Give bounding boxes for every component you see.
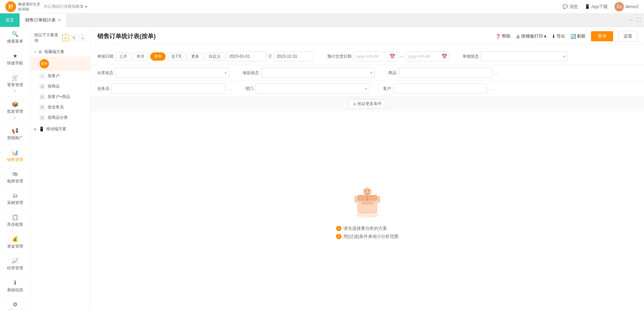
customer-more-btn[interactable]: … <box>489 86 494 91</box>
product-more-btn[interactable]: … <box>494 70 499 75</box>
main-content: 销售订单统计表(按单) ❓ 帮助 🖨 按模板打印 ▾ ⬇ <box>91 27 644 310</box>
scheme-header: 按以下方案查询 + ✎ « <box>30 30 90 46</box>
date-start-input[interactable] <box>226 51 267 61</box>
minimize-icon[interactable]: — <box>629 17 634 22</box>
scheme-item-by-customer[interactable]: 人 按客户 <box>30 71 90 81</box>
sidebar-item-quick-nav[interactable]: ★ 快捷导航 <box>0 49 30 70</box>
scheme-item-by-order[interactable]: 按单 <box>30 57 90 71</box>
scheme-edit-btn[interactable]: ✎ <box>71 35 77 41</box>
purchase-icon: 🗂 <box>12 193 18 199</box>
pc-section-title[interactable]: ▾ 🖥 电脑端方案 <box>30 47 90 57</box>
main-layout: 🔍 搜索菜单 ★ 快捷导航 🛒 零售管理 ▾ 📦 批发管理 ▴ 📢 营销推广 📊… <box>0 27 644 310</box>
pay-status-select[interactable] <box>261 68 375 78</box>
expected-date-sep: — <box>399 54 404 59</box>
sidebar-item-inventory[interactable]: 📋 库存核算 <box>0 210 30 232</box>
salesperson-more-btn[interactable]: … <box>227 86 232 91</box>
svg-point-6 <box>365 190 366 191</box>
app-name[interactable]: 办公用品行业模拟账套 ▾ <box>44 4 87 9</box>
salesperson-label: 业务员 <box>97 86 109 92</box>
prev-month-btn[interactable]: 上月 <box>115 52 131 61</box>
sidebar-item-ecommerce[interactable]: 🛍 电商管理 <box>0 167 30 189</box>
message-btn[interactable]: 💬 消息 <box>562 4 578 10</box>
scheme-item-by-product-category[interactable]: 品 按商品分类 <box>30 112 90 123</box>
scheme-item-by-product[interactable]: 品 按商品 <box>30 81 90 92</box>
expected-date-label: 预计交货日期 <box>327 54 352 59</box>
by-customer-product-icon: 品 <box>40 94 45 100</box>
query-button[interactable]: 查询 <box>591 31 613 41</box>
sales-icon: 📊 <box>12 149 18 156</box>
scheme-item-by-salesperson[interactable]: 统 按业务员 <box>30 102 90 112</box>
sidebar-item-marketing[interactable]: 📢 营销推广 <box>0 123 30 145</box>
by-product-category-icon: 品 <box>40 115 45 120</box>
custom-btn[interactable]: 自定义 <box>205 52 224 61</box>
user-menu[interactable]: Ea demo2 <box>614 2 639 11</box>
order-status-select[interactable] <box>481 51 568 61</box>
marketing-icon: 📢 <box>12 127 18 134</box>
current-month-btn[interactable]: 本月 <box>133 52 148 61</box>
print-btn[interactable]: 🖨 按模板打印 ▾ <box>516 33 546 39</box>
empty-state: 1 请先选择要分析的方案 2 用[过滤]条件来缩小分析范围 <box>91 111 644 310</box>
cal-end-icon[interactable]: 📅 <box>441 54 447 59</box>
print-dropdown-arrow[interactable]: ▾ <box>544 34 546 39</box>
by-customer-icon: 人 <box>40 73 45 79</box>
pc-section-arrow: ▾ <box>34 50 36 54</box>
sidebar-item-purchase[interactable]: 🗂 采购管理 <box>0 189 30 210</box>
phone-icon: 📱 <box>585 4 590 9</box>
maximize-icon[interactable]: ⛶ <box>636 17 641 22</box>
cal-start-icon[interactable]: 📅 <box>389 54 395 59</box>
mobile-section-icon: 📱 <box>39 126 44 132</box>
tab-sales-order-stats[interactable]: 销售订单统计表 ✕ <box>20 13 67 27</box>
last-7-days-btn[interactable]: 近7天 <box>168 52 185 61</box>
sidebar-item-search-menu[interactable]: 🔍 搜索菜单 <box>0 27 30 49</box>
collapse-icon: ∧ <box>353 102 356 106</box>
department-select[interactable] <box>256 84 370 94</box>
app-download-btn[interactable]: 📱 App下载 <box>585 4 608 10</box>
sidebar-item-wholesale[interactable]: 📦 批发管理 ▴ <box>0 97 30 123</box>
scheme-collapse-btn[interactable]: « <box>79 35 86 41</box>
tab-home[interactable]: 首页 <box>0 13 20 27</box>
dropdown-icon: ▾ <box>85 4 87 9</box>
date-label: 单据日期 <box>97 54 113 59</box>
more-btn[interactable]: 更多 <box>187 52 203 61</box>
top-bar-left: 好 畅捷通好生意 标准版 办公用品行业模拟账套 ▾ <box>5 1 87 12</box>
pay-status-label: 收款状态 <box>243 70 259 76</box>
refresh-btn[interactable]: 🔄 刷新 <box>571 33 586 39</box>
export-btn[interactable]: ⬇ 导出 <box>552 33 565 39</box>
collapse-btn[interactable]: ∧ 收起更多条件 <box>349 99 386 108</box>
pc-scheme-section: ▾ 🖥 电脑端方案 按单 人 按客户 品 按商品 品 按客户+商品 <box>30 47 90 123</box>
department-select-wrapper <box>256 84 370 94</box>
nav-tabs: 首页 销售订单统计表 ✕ — ⛶ <box>0 13 644 27</box>
scheme-add-btn[interactable]: + <box>62 35 69 41</box>
sidebar-item-operation[interactable]: 📈 经营管理 <box>0 254 30 275</box>
empty-step-1: 1 请先选择要分析的方案 <box>336 225 398 231</box>
svg-rect-8 <box>355 196 357 203</box>
message-icon: 💬 <box>562 4 568 9</box>
ship-status-select[interactable] <box>115 68 229 78</box>
sidebar-item-retail[interactable]: 🛒 零售管理 ▾ <box>0 70 30 97</box>
sidebar: 🔍 搜索菜单 ★ 快捷导航 🛒 零售管理 ▾ 📦 批发管理 ▴ 📢 营销推广 📊… <box>0 27 30 310</box>
mobile-section-title[interactable]: ▶ 📱 移动端方案 <box>30 124 90 134</box>
empty-illustration <box>347 180 387 220</box>
current-year-btn[interactable]: 本年 <box>150 52 166 61</box>
sidebar-item-finance[interactable]: 💰 资金管理 <box>0 232 30 254</box>
customer-input[interactable] <box>393 84 487 94</box>
order-status-label: 单据状态 <box>463 54 479 59</box>
date-end-input[interactable] <box>274 51 314 61</box>
sidebar-item-basic[interactable]: ℹ 基础信息 <box>0 275 30 297</box>
system-icon: ⚙ <box>13 301 17 308</box>
scheme-item-by-customer-product[interactable]: 品 按客户+商品 <box>30 92 90 102</box>
basic-icon: ℹ <box>14 279 16 286</box>
help-btn[interactable]: ❓ 帮助 <box>495 33 511 39</box>
scheme-panel: 按以下方案查询 + ✎ « ▾ 🖥 电脑端方案 按单 人 按客户 <box>30 27 91 310</box>
salesperson-input[interactable] <box>111 84 225 94</box>
sidebar-item-sales[interactable]: 📊 销售管理 <box>0 145 30 167</box>
mobile-scheme-section: ▶ 📱 移动端方案 <box>30 124 90 134</box>
product-input[interactable] <box>398 68 492 78</box>
order-status-select-wrapper <box>481 51 568 61</box>
sidebar-item-system[interactable]: ⚙ 系统管理 <box>0 297 30 310</box>
setting-button[interactable]: 设置 <box>619 31 637 42</box>
tab-close-icon[interactable]: ✕ <box>58 18 61 22</box>
export-icon: ⬇ <box>552 34 555 39</box>
date-range-sep: 至 <box>268 53 272 59</box>
collapse-row: ∧ 收起更多条件 <box>91 96 644 111</box>
